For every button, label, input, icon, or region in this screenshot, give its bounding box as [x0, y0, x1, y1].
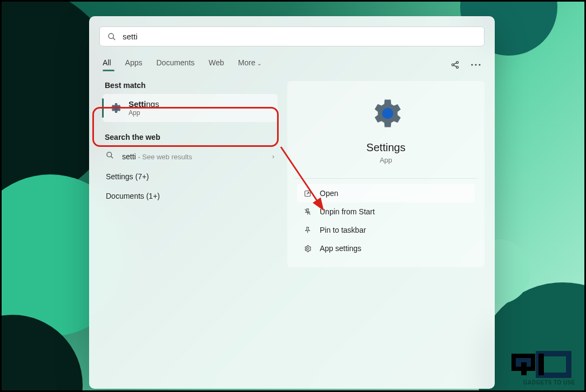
action-pin-taskbar[interactable]: Pin to taskbar: [297, 221, 475, 239]
tab-more[interactable]: More: [238, 58, 261, 71]
svg-line-12: [111, 157, 113, 158]
search-input[interactable]: setti: [99, 26, 484, 46]
svg-point-2: [452, 64, 454, 66]
best-match-settings[interactable]: Settings App: [103, 94, 278, 122]
action-unpin-start[interactable]: Unpin from Start: [297, 202, 475, 221]
svg-rect-19: [521, 362, 527, 375]
svg-point-15: [306, 247, 308, 249]
svg-point-3: [456, 62, 459, 64]
svg-rect-21: [538, 354, 544, 375]
tab-documents[interactable]: Documents: [156, 58, 194, 71]
search-icon: [106, 151, 116, 161]
start-search-panel: setti All Apps Documents Web More Best m…: [89, 16, 495, 389]
svg-point-8: [475, 64, 476, 65]
watermark-logo: GADGETS TO USE: [510, 350, 575, 386]
best-match-title: Settings: [129, 99, 159, 109]
tab-all[interactable]: All: [103, 58, 111, 71]
pin-icon: [302, 225, 312, 235]
chevron-right-icon: ›: [272, 152, 274, 160]
preview-title: Settings: [366, 141, 405, 154]
action-app-settings[interactable]: App settings: [297, 239, 475, 258]
svg-point-9: [479, 64, 480, 65]
web-search-result[interactable]: setti - See web results ›: [103, 146, 278, 167]
action-open[interactable]: Open: [297, 184, 475, 202]
search-icon: [107, 32, 116, 41]
tab-web[interactable]: Web: [208, 58, 224, 71]
preview-pane: Settings App Open Unpin from Start: [287, 81, 484, 267]
search-web-header: Search the web: [103, 133, 278, 141]
web-sub: - See web results: [136, 153, 192, 161]
gear-icon: [368, 95, 405, 132]
svg-point-7: [471, 64, 473, 65]
documents-more-results[interactable]: Documents (1+): [103, 186, 278, 206]
svg-point-11: [107, 152, 112, 157]
share-icon[interactable]: [450, 59, 461, 70]
svg-line-1: [113, 38, 115, 40]
gear-icon: [109, 102, 122, 114]
web-query: setti: [122, 152, 136, 161]
more-options-icon[interactable]: [470, 59, 481, 70]
svg-point-4: [456, 66, 459, 69]
unpin-icon: [302, 207, 312, 217]
settings-more-results[interactable]: Settings (7+): [103, 167, 278, 186]
search-filter-tabs: All Apps Documents Web More: [99, 58, 484, 71]
gear-icon: [302, 244, 312, 253]
svg-line-6: [454, 65, 456, 67]
svg-point-10: [114, 106, 118, 110]
tab-apps[interactable]: Apps: [125, 58, 143, 71]
search-query-text: setti: [123, 32, 138, 41]
best-match-subtitle: App: [129, 109, 159, 117]
best-match-header: Best match: [103, 81, 278, 90]
preview-subtitle: App: [380, 156, 392, 164]
svg-point-0: [109, 33, 113, 38]
open-icon: [302, 188, 312, 198]
svg-point-13: [382, 108, 393, 119]
svg-line-5: [454, 63, 456, 64]
